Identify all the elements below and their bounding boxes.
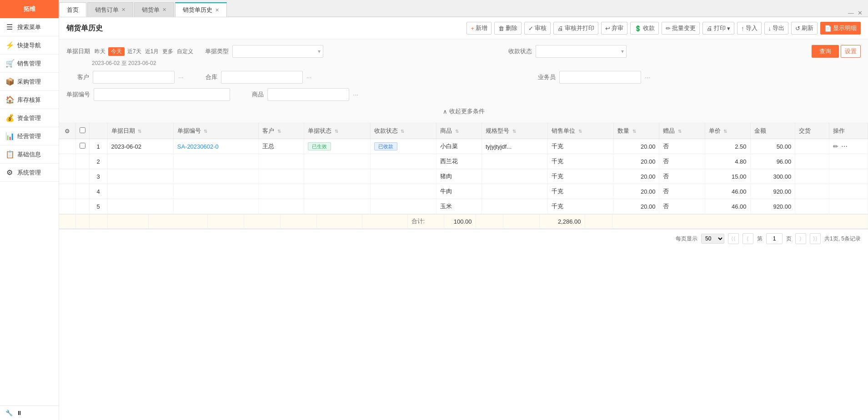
minimize-btn[interactable]: —: [848, 10, 854, 16]
filter-row-3: 单据编号 商品 ···: [66, 88, 861, 101]
more-icon-0[interactable]: ⋯: [841, 143, 848, 150]
shortcut-7days[interactable]: 近7天: [126, 48, 142, 55]
show-details-button[interactable]: 📄 显示明细: [820, 22, 861, 35]
settings-icon[interactable]: 🔧: [5, 410, 13, 416]
collect-button[interactable]: 💲 收款: [630, 22, 659, 35]
page-input[interactable]: [766, 233, 783, 244]
delete-button[interactable]: 🗑 删除: [494, 22, 522, 35]
collapse-filter[interactable]: ∧ 收起更多条件: [66, 105, 861, 117]
audit-button[interactable]: ✓ 审核: [524, 22, 551, 35]
customer-input[interactable]: [93, 71, 175, 84]
sidebar-item-sales-mgmt[interactable]: 🛒 销售管理: [0, 55, 59, 73]
row-unit-1: 千克: [548, 154, 614, 169]
query-button[interactable]: 查询: [812, 45, 839, 58]
doc-no-input[interactable]: [94, 88, 230, 101]
sidebar-item-quick-nav[interactable]: ⚡ 快捷导航: [0, 36, 59, 55]
row-checkbox-0[interactable]: [80, 143, 85, 149]
sidebar-item-operation-mgmt[interactable]: 📊 经营管理: [0, 127, 59, 145]
row-goods-4: 玉米: [436, 199, 482, 214]
shortcut-yesterday[interactable]: 昨天: [94, 48, 106, 55]
col-header-collect-status[interactable]: 收款状态 ⇅: [370, 123, 436, 139]
table-row: 5 玉米 千克 20.00 否 46.00 920.00: [59, 199, 868, 214]
col-header-doc-no[interactable]: 单据编号 ⇅: [173, 123, 259, 139]
warehouse-picker-icon[interactable]: ···: [306, 74, 312, 81]
sidebar-item-purchase-mgmt[interactable]: 📦 采购管理: [0, 73, 59, 91]
last-page-btn[interactable]: ⟩⟩: [810, 233, 821, 244]
filter-warehouse: 合库 ···: [195, 71, 522, 84]
batch-change-button[interactable]: ✏ 批量变更: [662, 22, 700, 35]
toolbar: + 新增 🗑 删除 ✓ 审核 🖨 审核并打印 ↩ 弃审: [467, 22, 861, 35]
per-page-select[interactable]: 50 100 200: [701, 234, 724, 244]
add-button[interactable]: + 新增: [467, 22, 492, 35]
tab-close-delivery-history[interactable]: ✕: [215, 7, 219, 13]
goods-input[interactable]: [267, 88, 349, 101]
goods-label: 商品: [241, 90, 264, 99]
export-icon: ↓: [768, 25, 772, 32]
sidebar-item-label: 销售管理: [17, 60, 41, 68]
collect-icon: 💲: [634, 25, 642, 32]
col-header-transaction: 交货: [795, 123, 829, 139]
col-header-doc-status[interactable]: 单据状态 ⇅: [304, 123, 370, 139]
refresh-button[interactable]: ↺ 刷新: [791, 22, 818, 35]
sidebar-item-label: 资金管理: [17, 114, 41, 122]
customer-picker-icon[interactable]: ···: [178, 74, 184, 81]
close-btn[interactable]: ✕: [858, 10, 863, 16]
tab-delivery-history[interactable]: 销货单历史 ✕: [175, 2, 227, 17]
next-page-btn[interactable]: ⟩: [795, 233, 806, 244]
sidebar-item-label: 快捷导航: [17, 41, 41, 50]
sidebar-item-finance-mgmt[interactable]: 💰 资金管理: [0, 109, 59, 127]
row-doc-no-0: SA-20230602-0: [173, 139, 259, 154]
sidebar-item-inventory-calc[interactable]: 🏠 库存核算: [0, 91, 59, 109]
sidebar-item-basic-info[interactable]: 📋 基础信息: [0, 145, 59, 164]
first-page-btn[interactable]: ⟨⟨: [728, 233, 739, 244]
audit-print-icon: 🖨: [557, 25, 563, 32]
row-doc-status-1: [304, 154, 370, 169]
import-button[interactable]: ↑ 导入: [737, 22, 762, 35]
edit-icon-0[interactable]: ✏: [833, 143, 838, 150]
shortcut-more[interactable]: 更多: [161, 48, 174, 55]
tab-close-delivery[interactable]: ✕: [162, 7, 166, 13]
delete-icon: 🗑: [498, 25, 504, 32]
salesperson-picker-icon[interactable]: ···: [645, 74, 650, 81]
select-all-checkbox[interactable]: [80, 127, 85, 133]
discard-button[interactable]: ↩ 弃审: [601, 22, 627, 35]
col-header-spec[interactable]: 规格型号 ⇅: [482, 123, 547, 139]
row-transaction-1: [795, 154, 829, 169]
sort-icon-doc-date: ⇅: [138, 129, 141, 134]
warehouse-label: 合库: [195, 73, 217, 81]
goods-picker-icon[interactable]: ···: [353, 91, 358, 98]
sidebar-item-label: 基础信息: [17, 150, 41, 159]
shortcut-today[interactable]: 今天: [108, 47, 125, 56]
col-header-doc-date[interactable]: 单据日期 ⇅: [107, 123, 173, 139]
salesperson-input[interactable]: [559, 71, 641, 84]
settings-button[interactable]: 设置: [841, 45, 861, 58]
warehouse-input[interactable]: [221, 71, 303, 84]
doc-no-link-0[interactable]: SA-20230602-0: [177, 143, 219, 150]
print-arrow-icon: ▾: [727, 25, 730, 32]
col-header-setting[interactable]: ⚙: [59, 123, 75, 139]
row-doc-status-2: [304, 169, 370, 184]
print-button[interactable]: 🖨 打印 ▾: [702, 22, 734, 35]
col-header-customer[interactable]: 客户 ⇅: [259, 123, 304, 139]
col-header-qty[interactable]: 数量 ⇅: [614, 123, 659, 139]
tab-sales-order[interactable]: 销售订单 ✕: [87, 2, 133, 17]
tab-delivery[interactable]: 销货单 ✕: [134, 2, 174, 17]
col-header-price[interactable]: 单价 ⇅: [705, 123, 750, 139]
export-button[interactable]: ↓ 导出: [764, 22, 789, 35]
tab-close-sales-order[interactable]: ✕: [121, 7, 125, 13]
shortcut-1month[interactable]: 近1月: [144, 48, 160, 55]
pause-icon[interactable]: ⏸: [16, 410, 22, 416]
shortcut-custom[interactable]: 自定义: [176, 48, 194, 55]
tab-home[interactable]: 首页: [59, 2, 86, 17]
col-header-gift[interactable]: 赠品 ⇅: [659, 123, 705, 139]
collect-status-input[interactable]: [536, 45, 627, 58]
audit-print-button[interactable]: 🖨 审核并打印: [553, 22, 598, 35]
col-header-unit[interactable]: 销售单位 ⇅: [548, 123, 614, 139]
row-goods-1: 西兰花: [436, 154, 482, 169]
col-header-goods[interactable]: 商品 ⇅: [436, 123, 482, 139]
row-customer-4: [259, 199, 304, 214]
doc-type-input[interactable]: [232, 45, 323, 58]
sidebar-item-search-menu[interactable]: ☰ 搜索菜单: [0, 18, 59, 36]
prev-page-btn[interactable]: ⟨: [743, 233, 753, 244]
sidebar-item-system-mgmt[interactable]: ⚙ 系统管理: [0, 164, 59, 182]
